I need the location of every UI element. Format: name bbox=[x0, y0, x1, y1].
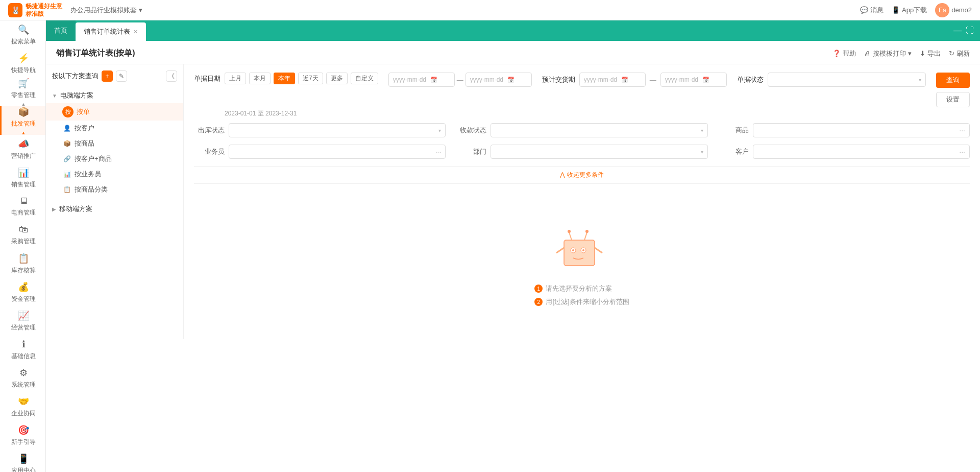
app-selector[interactable]: 办公用品行业模拟账套 ▾ bbox=[66, 6, 146, 15]
tree-section-desktop: ▼ 电脑端方案 按 按单 👤 按客户 📦 按商品 bbox=[46, 86, 183, 199]
query-button[interactable]: 查询 bbox=[936, 73, 970, 88]
scheme-by-product[interactable]: 📦 按商品 bbox=[46, 136, 183, 151]
purchase-icon: 🛍 bbox=[19, 224, 28, 235]
page-container: 销售订单统计表(按单) ❓ 帮助 🖨 按模板打印 ▾ ⬇ 导出 ↻ 刷新 bbox=[46, 41, 980, 472]
help-icon: ❓ bbox=[832, 50, 841, 57]
sidebar-item-purchase[interactable]: 🛍 采购管理 bbox=[0, 221, 45, 249]
sidebar-item-basic[interactable]: ℹ 基础信息 bbox=[0, 335, 45, 364]
expected-delivery-label: 预计交货期 bbox=[542, 75, 575, 84]
collapse-icon: 《 bbox=[168, 72, 175, 81]
product-input[interactable]: ··· bbox=[753, 123, 970, 137]
payment-status-filter: 收款状态 ▾ bbox=[456, 123, 707, 137]
date-more-button[interactable]: 更多 bbox=[326, 73, 348, 84]
sidebar-item-ecommerce[interactable]: 🖥 电商管理 bbox=[0, 192, 45, 221]
finance-icon: 💰 bbox=[18, 281, 29, 293]
order-status-select[interactable]: ▾ bbox=[768, 73, 926, 87]
date-shortcuts: 上月 本月 本年 近7天 更多 自定义 bbox=[225, 73, 378, 84]
date-range-display: 2023-01-01 至 2023-12-31 bbox=[225, 109, 970, 118]
payment-status-select[interactable]: ▾ bbox=[491, 123, 707, 137]
sidebar-item-finance[interactable]: 💰 资金管理 bbox=[0, 278, 45, 306]
template-print-button[interactable]: 🖨 按模板打印 ▾ bbox=[864, 49, 912, 58]
sidebar-item-search[interactable]: 🔍 搜索菜单 bbox=[0, 20, 45, 49]
customer-scheme-icon: 👤 bbox=[62, 124, 71, 133]
expand-arrow-icon: ▲ bbox=[21, 130, 26, 135]
order-status-label: 单据状态 bbox=[737, 75, 764, 84]
minimize-icon[interactable]: — bbox=[953, 26, 962, 35]
calendar-icon3: 📅 bbox=[702, 77, 709, 83]
refresh-button[interactable]: ↻ 刷新 bbox=[949, 49, 970, 58]
expected-delivery-start-input[interactable]: yyyy-mm-dd 📅 bbox=[579, 73, 646, 87]
tree-expand-icon: ▼ bbox=[52, 93, 57, 99]
tree-parent-mobile[interactable]: ▶ 移动端方案 bbox=[46, 201, 183, 217]
empty-state: 1 请先选择要分析的方案 2 用[过滤]条件来缩小分析范围 bbox=[194, 184, 970, 331]
marketing-icon: 📣 bbox=[18, 138, 29, 150]
sidebar-item-enterprise[interactable]: 🤝 企业协同 bbox=[0, 392, 45, 421]
sidebar-item-quick-nav[interactable]: ⚡ 快捷导航 bbox=[0, 49, 45, 78]
action-buttons: 查询 设置 bbox=[936, 73, 970, 107]
app-download-button[interactable]: 📱 App下载 bbox=[892, 6, 927, 15]
top-bar: 🐰 畅捷通好生意 标准版 办公用品行业模拟账套 ▾ 💬 消息 📱 App下载 E… bbox=[0, 0, 980, 20]
sidebar-item-appstore[interactable]: 📱 应用中心 bbox=[0, 450, 45, 472]
sidebar-item-system[interactable]: ⚙ 系统管理 bbox=[0, 364, 45, 392]
tip-number-2: 2 bbox=[534, 298, 543, 306]
setting-button[interactable]: 设置 bbox=[936, 92, 970, 107]
date-start-input[interactable]: yyyy-mm-dd 📅 bbox=[388, 73, 455, 87]
status-chevron-icon: ▾ bbox=[919, 77, 921, 83]
date-this-month-button[interactable]: 本月 bbox=[249, 73, 271, 84]
customer-more-icon: ··· bbox=[959, 148, 965, 156]
payment-status-label: 收款状态 bbox=[456, 126, 486, 135]
empty-illustration bbox=[551, 215, 612, 276]
date-end-input[interactable]: yyyy-mm-dd 📅 bbox=[465, 73, 532, 87]
date-last-month-button[interactable]: 上月 bbox=[225, 73, 246, 84]
user-area[interactable]: Ea demo2 bbox=[935, 3, 972, 17]
collapse-more-conditions-button[interactable]: ⋀ 收起更多条件 bbox=[194, 166, 970, 184]
svg-rect-0 bbox=[564, 240, 595, 266]
salesperson-scheme-icon: 📊 bbox=[62, 170, 71, 179]
tip-number-1: 1 bbox=[534, 285, 543, 293]
ecommerce-icon: 🖥 bbox=[19, 196, 28, 206]
customer-input[interactable]: ··· bbox=[753, 145, 970, 159]
sidebar-item-inventory[interactable]: 📋 库存核算 bbox=[0, 249, 45, 278]
content-body: 按以下方案查询 + ✎ 《 ▼ 电脑端方案 bbox=[46, 64, 980, 339]
salesperson-input[interactable]: ··· bbox=[229, 145, 446, 159]
sidebar-item-wholesale[interactable]: 📦 批发管理 ▲ bbox=[0, 106, 45, 135]
scheme-by-order[interactable]: 按 按单 bbox=[46, 103, 183, 121]
sidebar-item-sales[interactable]: 📊 销售管理 bbox=[0, 163, 45, 192]
edit-scheme-button[interactable]: ✎ bbox=[116, 70, 127, 82]
department-select[interactable]: ▾ bbox=[491, 145, 707, 159]
collapse-panel-button[interactable]: 《 bbox=[166, 70, 177, 82]
date-this-year-button[interactable]: 本年 bbox=[274, 73, 295, 84]
top-bar-right: 💬 消息 📱 App下载 Ea demo2 bbox=[860, 3, 972, 17]
tab-sales-order-stats[interactable]: 销售订单统计表 ✕ bbox=[76, 22, 146, 41]
message-button[interactable]: 💬 消息 bbox=[860, 6, 884, 15]
top-bar-left: 🐰 畅捷通好生意 标准版 办公用品行业模拟账套 ▾ bbox=[8, 3, 146, 17]
sidebar-item-newbie[interactable]: 🎯 新手引导 bbox=[0, 421, 45, 450]
sidebar-item-operations[interactable]: 📈 经营管理 bbox=[0, 306, 45, 335]
date-7days-button[interactable]: 近7天 bbox=[298, 73, 323, 84]
panel-header: 按以下方案查询 + ✎ 《 bbox=[46, 70, 183, 86]
calendar-icon2: 📅 bbox=[621, 77, 628, 83]
tab-bar: 首页 销售订单统计表 ✕ — ⛶ bbox=[46, 20, 980, 41]
customer-label: 客户 bbox=[718, 147, 749, 156]
search-icon: 🔍 bbox=[18, 24, 29, 35]
maximize-icon[interactable]: ⛶ bbox=[966, 26, 974, 35]
sidebar-item-retail[interactable]: 🛒 零售管理 ▲ bbox=[0, 78, 45, 106]
date-custom-button[interactable]: 自定义 bbox=[351, 73, 378, 84]
sidebar-item-marketing[interactable]: 📣 营销推广 bbox=[0, 135, 45, 163]
add-scheme-button[interactable]: + bbox=[102, 70, 113, 82]
salesperson-label: 业务员 bbox=[194, 147, 225, 156]
delivery-status-select[interactable]: ▾ bbox=[229, 123, 446, 137]
svg-point-9 bbox=[585, 230, 589, 233]
expected-delivery-end-input[interactable]: yyyy-mm-dd 📅 bbox=[660, 73, 727, 87]
tree-parent-desktop[interactable]: ▼ 电脑端方案 bbox=[46, 88, 183, 103]
scheme-by-category[interactable]: 📋 按商品分类 bbox=[46, 182, 183, 197]
scheme-by-customer[interactable]: 👤 按客户 bbox=[46, 121, 183, 136]
scheme-by-salesperson[interactable]: 📊 按业务员 bbox=[46, 167, 183, 182]
newbie-icon: 🎯 bbox=[18, 424, 29, 436]
scheme-by-customer-product[interactable]: 🔗 按客户+商品 bbox=[46, 151, 183, 167]
tab-home[interactable]: 首页 bbox=[46, 20, 76, 41]
date-label: 单据日期 bbox=[194, 74, 220, 83]
export-button[interactable]: ⬇ 导出 bbox=[920, 49, 941, 58]
tab-close-icon[interactable]: ✕ bbox=[133, 29, 138, 35]
help-button[interactable]: ❓ 帮助 bbox=[832, 49, 856, 58]
